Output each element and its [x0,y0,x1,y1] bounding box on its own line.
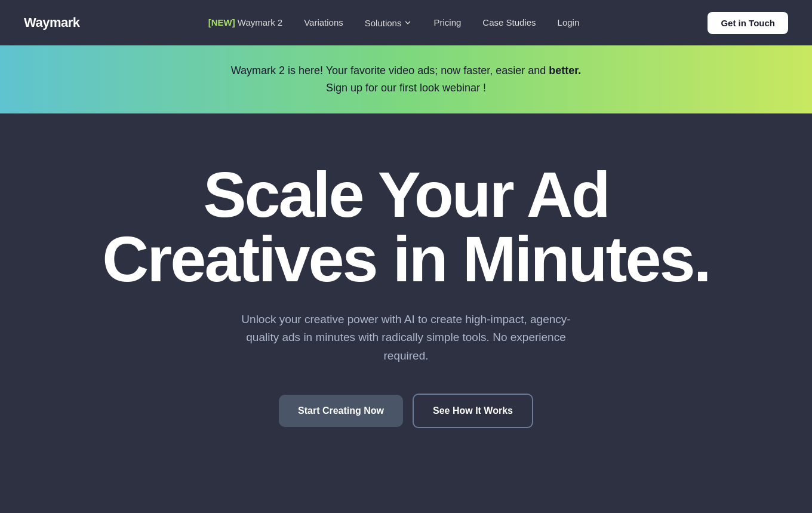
nav-link-variations[interactable]: Variations [304,17,343,27]
nav-new-badge: [NEW] [208,17,235,27]
nav-link-login[interactable]: Login [558,17,580,27]
logo[interactable]: Waymark [24,15,80,30]
hero-buttons: Start Creating Now See How It Works [279,394,533,428]
nav-item-solutions[interactable]: Solutions [365,18,413,28]
announcement-bold: better. [549,64,581,76]
nav-item-login[interactable]: Login [558,17,580,28]
get-in-touch-button[interactable]: Get in Touch [708,12,788,34]
nav-solutions-dropdown[interactable]: Solutions [365,18,413,28]
chevron-down-icon [404,19,412,27]
nav-solutions-label: Solutions [365,18,402,28]
nav-links: [NEW] Waymark 2 Variations Solutions Pri… [208,17,580,28]
nav-link-waymark2[interactable]: [NEW] Waymark 2 [208,17,282,27]
nav-item-pricing[interactable]: Pricing [433,17,461,28]
nav-item-waymark2[interactable]: [NEW] Waymark 2 [208,17,282,28]
nav-link-pricing[interactable]: Pricing [433,17,461,27]
nav-waymark2-label: Waymark 2 [238,17,282,27]
nav-link-case-studies[interactable]: Case Studies [482,17,536,27]
nav-item-variations[interactable]: Variations [304,17,343,28]
nav-item-case-studies[interactable]: Case Studies [482,17,536,28]
announcement-line2: Sign up for our first look webinar ! [24,79,788,97]
see-how-it-works-button[interactable]: See How It Works [413,394,533,428]
hero-section: Scale Your Ad Creatives in Minutes. Unlo… [0,113,812,466]
announcement-banner: Waymark 2 is here! Your favorite video a… [0,45,812,113]
hero-headline: Scale Your Ad Creatives in Minutes. [78,162,734,291]
announcement-line1: Waymark 2 is here! Your favorite video a… [24,62,788,79]
hero-subheadline: Unlock your creative power with AI to cr… [233,311,579,365]
announcement-prefix: Waymark 2 is here! Your favorite video a… [231,64,549,76]
navbar: Waymark [NEW] Waymark 2 Variations Solut… [0,0,812,45]
start-creating-button[interactable]: Start Creating Now [279,395,403,427]
